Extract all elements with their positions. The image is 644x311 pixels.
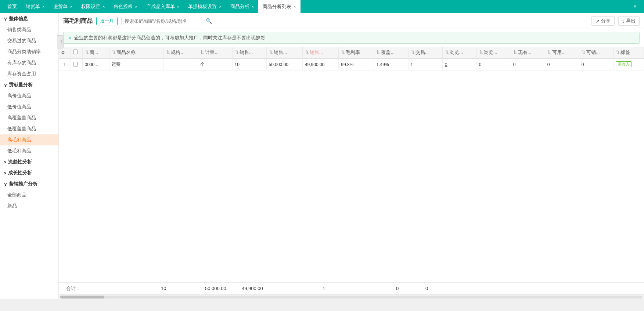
sidebar-item-all-goods[interactable]: 全部商品 (0, 189, 58, 200)
scroll-thumb[interactable] (60, 296, 104, 299)
nav-home[interactable]: 首页 (3, 0, 21, 13)
sum-sales-cost: 49,900.00 (240, 286, 276, 291)
sidebar-collapse-button[interactable]: 《 (57, 35, 64, 48)
col-view2[interactable]: ⇅浏览... (476, 47, 511, 59)
sum-sales-amt: 50,000.00 (203, 286, 240, 291)
filter-button[interactable]: 近一月 (96, 17, 118, 25)
sidebar-section-trend[interactable]: > 流趋性分析 (0, 156, 58, 167)
export-icon: ↓ (622, 18, 625, 24)
row-view1[interactable]: 0 (442, 59, 476, 70)
header-actions: ↗ 分享 ↓ 导出 (591, 16, 640, 26)
sidebar-section-general[interactable]: ∨ 整体信息 (0, 13, 58, 24)
share-button[interactable]: ↗ 分享 (591, 16, 615, 26)
content-header: 高毛利商品 近一月 🔍 ↗ 分享 ↓ 导出 (59, 13, 644, 29)
data-table: ⚙ ⇅商... ⇅商品名称 ⇅规格... ⇅计量... ⇅销售... ⇅销售..… (59, 47, 644, 70)
col-spec[interactable]: ⇅规格... (164, 47, 198, 59)
nav-permissions[interactable]: 权限设置 × (77, 0, 109, 13)
export-button[interactable]: ↓ 导出 (618, 16, 640, 26)
horizontal-scrollbar[interactable] (59, 294, 644, 299)
row-stock-current: 0 (511, 59, 545, 70)
table-row: 1 0000... 运费 个 10 50,000.00 49,900.00 99… (59, 59, 644, 70)
sidebar-item-high-margin[interactable]: 高毛利商品 (0, 134, 58, 145)
row-stock-sellable: 0 (579, 59, 613, 70)
close-icon[interactable]: × (219, 0, 221, 13)
sidebar-section-contribution[interactable]: ∨ 贡献量分析 (0, 79, 58, 90)
content-area: 高毛利商品 近一月 🔍 ↗ 分享 ↓ 导出 ✧ 企业 (59, 13, 644, 299)
sidebar-item-low-margin[interactable]: 低毛利商品 (0, 145, 58, 156)
row-trade: 1 (408, 59, 442, 70)
sidebar-item-new-goods[interactable]: 新品 (0, 200, 58, 211)
sum-label: 合计： (63, 285, 159, 292)
row-sales-cost: 49,900.00 (302, 59, 338, 70)
sum-stock-current: 0 (394, 286, 423, 291)
close-icon[interactable]: × (102, 0, 105, 13)
nav-sales-order[interactable]: 销货单 × (21, 0, 49, 13)
col-stock-current[interactable]: ⇅现有... (511, 47, 545, 59)
sum-sales-qty: 10 (159, 286, 203, 291)
sum-row: 合计： 10 50,000.00 49,900.00 1 0 0 (63, 285, 640, 292)
row-tag: 高收入 (613, 59, 644, 70)
sidebar-section-growth[interactable]: > 成长性分析 (0, 167, 58, 178)
col-unit[interactable]: ⇅计量... (198, 47, 232, 59)
search-button[interactable]: 🔍 (206, 18, 212, 24)
close-icon[interactable]: × (70, 0, 72, 13)
sidebar-item-traded-goods[interactable]: 交易过的商品 (0, 35, 58, 46)
col-sales-amt[interactable]: ⇅销售... (266, 47, 302, 59)
col-trade[interactable]: ⇅交易... (408, 47, 442, 59)
col-coverage[interactable]: ⇅覆盖... (374, 47, 408, 59)
sidebar-item-stock-capital[interactable]: 库存资金占用 (0, 68, 58, 79)
close-icon[interactable]: × (42, 0, 44, 13)
sidebar-item-in-stock-goods[interactable]: 有库存的商品 (0, 57, 58, 68)
sidebar-item-category-assist[interactable]: 商品分类助销率 (0, 46, 58, 57)
table-container: ⚙ ⇅商... ⇅商品名称 ⇅规格... ⇅计量... ⇅销售... ⇅销售..… (59, 47, 644, 282)
close-icon[interactable]: × (252, 0, 254, 13)
close-icon[interactable]: × (294, 0, 296, 13)
sidebar-item-low-value[interactable]: 低价值商品 (0, 101, 58, 112)
close-icon[interactable]: × (135, 0, 137, 13)
search-input[interactable] (121, 17, 202, 25)
info-icon: ✧ (68, 35, 72, 41)
nav-roles[interactable]: 角色授权 × (109, 0, 141, 13)
page-title: 高毛利商品 (63, 17, 93, 25)
row-coverage: 1.49% (374, 59, 408, 70)
row-name: 运费 (109, 59, 164, 70)
col-gross-margin[interactable]: ⇅毛利率 (339, 47, 374, 59)
nav-product-entry[interactable]: 产成品入库单 × (142, 0, 184, 13)
top-navigation: 首页 销货单 × 进货单 × 权限设置 × 角色授权 × 产成品入库单 × 单据… (0, 0, 644, 13)
col-sales-qty[interactable]: ⇅销售... (232, 47, 266, 59)
col-view1[interactable]: ⇅浏览... (442, 47, 476, 59)
row-stock-available: 0 (545, 59, 579, 70)
col-name[interactable]: ⇅商品名称 (109, 47, 164, 59)
sidebar-item-high-value[interactable]: 高价值商品 (0, 90, 58, 101)
col-checkbox[interactable] (71, 47, 82, 59)
info-banner: ✧ 企业的主要的利润都是这部分商品创造的，可考虑加大推广，同时关注库存是不要出现… (63, 32, 640, 44)
col-sales-cost[interactable]: ⇅销售... (302, 47, 338, 59)
close-icon[interactable]: × (177, 0, 179, 13)
sidebar-item-sales-goods[interactable]: 销售类商品 (0, 24, 58, 35)
sidebar-section-marketing[interactable]: ∨ 营销推广分析 (0, 178, 58, 189)
row-gross-margin: 99.8% (339, 59, 374, 70)
nav-purchase-order[interactable]: 进货单 × (49, 0, 76, 13)
row-code: 0000... (82, 59, 109, 70)
col-code[interactable]: ⇅商... (82, 47, 109, 59)
sidebar-item-low-coverage[interactable]: 低覆盖量商品 (0, 123, 58, 134)
share-icon: ↗ (596, 18, 600, 24)
window-close-button[interactable]: × (629, 3, 641, 10)
col-stock-sellable[interactable]: ⇅可销... (579, 47, 613, 59)
select-all-checkbox[interactable] (73, 50, 78, 54)
nav-template-settings[interactable]: 单据模板设置 × (184, 0, 226, 13)
footer-summary: 合计： 10 50,000.00 49,900.00 1 0 0 (59, 282, 644, 294)
nav-product-analysis-list[interactable]: 商品分析列表 × (258, 0, 300, 13)
row-num: 1 (59, 59, 71, 70)
row-spec (164, 59, 198, 70)
row-unit: 个 (198, 59, 232, 70)
row-checkbox[interactable] (71, 59, 82, 70)
col-tag[interactable]: ⇅标签 (613, 47, 644, 59)
col-stock-available[interactable]: ⇅可用... (545, 47, 579, 59)
row-sales-amt: 50,000.00 (266, 59, 302, 70)
sum-trade: 1 (320, 286, 350, 291)
row-sales-qty: 10 (232, 59, 266, 70)
sidebar-item-high-coverage[interactable]: 高覆盖量商品 (0, 112, 58, 123)
nav-product-analysis[interactable]: 商品分析 × (226, 0, 258, 13)
scroll-track[interactable] (60, 296, 643, 299)
